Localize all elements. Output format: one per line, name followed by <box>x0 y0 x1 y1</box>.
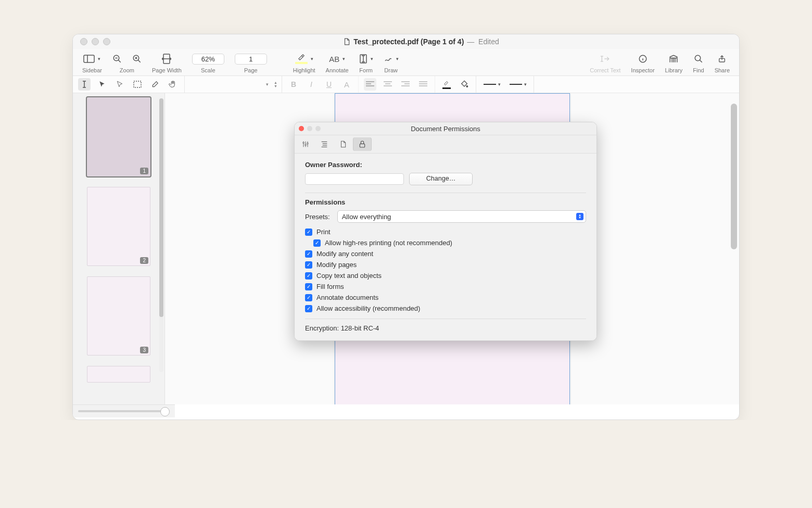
fill-color-button[interactable] <box>458 78 471 91</box>
checkbox-highres[interactable]: ✓ <box>313 239 321 247</box>
dialog-minimize-button <box>307 126 312 131</box>
annotate-icon[interactable]: AB <box>329 55 339 63</box>
find-icon[interactable] <box>694 54 703 63</box>
correct-text-label: Correct Text <box>590 67 620 73</box>
stroke-color-button[interactable] <box>440 78 453 91</box>
chevron-down-icon[interactable]: ▾ <box>98 56 100 61</box>
owner-password-input[interactable] <box>305 173 404 185</box>
chevron-down-icon[interactable]: ▾ <box>342 56 345 61</box>
zoom-label: Zoom <box>120 67 134 73</box>
dialog-tab-page[interactable] <box>334 137 352 151</box>
dialog-close-button[interactable] <box>299 126 304 131</box>
encryption-label: Encryption: 128-bit RC-4 <box>305 319 586 332</box>
italic-button[interactable]: I <box>305 78 318 91</box>
window-minimize-button[interactable] <box>92 38 99 45</box>
perm-accessibility-label: Allow accessibility (recommended) <box>316 304 420 312</box>
marquee-tool[interactable] <box>131 78 144 91</box>
page-thumbnail[interactable]: 1 <box>87 97 150 176</box>
scale-input[interactable]: 62% <box>192 54 224 65</box>
window-zoom-button[interactable] <box>103 38 110 45</box>
perm-modify-pages-label: Modify pages <box>316 261 357 269</box>
app-window: Test_protected.pdf (Page 1 of 4) — Edite… <box>72 34 740 420</box>
thumbnail-zoom-slider <box>73 404 175 417</box>
bold-button[interactable]: B <box>287 78 300 91</box>
font-select[interactable]: ▾ ▲▼ <box>185 76 282 93</box>
font-color-button[interactable]: A <box>340 78 353 91</box>
svg-point-50 <box>307 143 309 144</box>
main-toolbar: ▾ Sidebar Zoom Page Width <box>73 49 739 76</box>
sidebar-scroll-thumb[interactable] <box>159 98 163 317</box>
eraser-tool[interactable] <box>149 78 161 91</box>
canvas-scroll-thumb[interactable] <box>731 104 737 249</box>
svg-rect-29 <box>134 81 141 87</box>
slider-knob[interactable] <box>160 407 170 416</box>
page-thumbnail[interactable]: 3 <box>87 276 150 355</box>
perm-modify-content-label: Modify any content <box>316 250 373 258</box>
change-password-button[interactable]: Change… <box>409 173 473 185</box>
perm-copy-label: Copy text and objects <box>316 272 382 280</box>
dialog-tabs <box>295 135 597 154</box>
align-center-button[interactable] <box>382 78 394 91</box>
align-left-button[interactable] <box>364 78 376 91</box>
checkbox-copy[interactable]: ✓ <box>305 272 312 280</box>
checkbox-annotate[interactable]: ✓ <box>305 294 312 301</box>
checkbox-print[interactable]: ✓ <box>305 228 312 236</box>
slider-track[interactable] <box>78 410 170 412</box>
perm-print-label: Print <box>316 228 331 236</box>
checkbox-accessibility[interactable]: ✓ <box>305 305 312 312</box>
checkbox-modify-content[interactable]: ✓ <box>305 250 312 258</box>
hand-tool[interactable] <box>167 78 179 91</box>
thumbnails-sidebar: 1 2 3 <box>73 93 165 404</box>
canvas-scroll-track <box>731 104 737 394</box>
inspector-icon[interactable] <box>638 54 648 63</box>
line-weight-select[interactable]: ▾ <box>481 78 502 91</box>
checkbox-modify-pages[interactable]: ✓ <box>305 261 312 269</box>
page-label: Page <box>244 67 258 73</box>
share-icon[interactable] <box>718 54 726 63</box>
sidebar-icon[interactable] <box>83 55 95 63</box>
page-width-icon[interactable] <box>162 54 171 64</box>
permissions-label: Permissions <box>305 198 586 206</box>
zoom-in-icon[interactable] <box>132 54 142 63</box>
form-label: Form <box>359 67 373 73</box>
page-thumbnail[interactable] <box>87 366 150 383</box>
dialog-tab-general[interactable] <box>297 137 314 151</box>
svg-line-6 <box>138 60 141 62</box>
underline-button[interactable]: U <box>323 78 335 91</box>
form-icon[interactable] <box>359 54 367 63</box>
share-label: Share <box>715 67 730 73</box>
library-icon[interactable] <box>669 54 678 63</box>
line-style-select[interactable]: ▾ <box>508 78 528 91</box>
dialog-tab-permissions[interactable] <box>353 137 372 151</box>
annotate-label: Annotate <box>326 67 349 73</box>
align-justify-button[interactable] <box>417 78 429 91</box>
presets-value: Allow everything <box>342 213 391 221</box>
checkbox-fillforms[interactable]: ✓ <box>305 283 312 290</box>
align-right-button[interactable] <box>399 78 412 91</box>
svg-point-48 <box>303 142 304 144</box>
chevron-down-icon[interactable]: ▾ <box>311 56 313 61</box>
page-width-label: Page Width <box>152 67 182 73</box>
page-thumbnail[interactable]: 2 <box>87 187 150 266</box>
chevron-down-icon[interactable]: ▾ <box>371 56 373 61</box>
arrow-outline-tool[interactable] <box>113 78 126 91</box>
inspector-label: Inspector <box>631 67 654 73</box>
window-close-button[interactable] <box>80 38 87 45</box>
secondary-toolbar: ▾ ▲▼ B I U A <box>73 76 739 93</box>
thumbnail-number: 1 <box>140 168 148 174</box>
arrow-cursor-tool[interactable] <box>96 78 108 91</box>
page-input[interactable]: 1 <box>235 54 267 65</box>
presets-select[interactable]: Allow everything ▲▼ <box>337 210 586 223</box>
chevron-down-icon[interactable]: ▾ <box>396 56 399 61</box>
zoom-out-icon[interactable] <box>112 54 122 63</box>
dialog-tab-outline[interactable] <box>315 137 333 151</box>
svg-point-49 <box>305 144 307 146</box>
draw-icon[interactable] <box>384 55 393 63</box>
scale-label: Scale <box>201 67 215 73</box>
svg-line-3 <box>118 60 121 62</box>
owner-password-label: Owner Password: <box>305 161 586 169</box>
highlight-icon[interactable] <box>295 54 308 64</box>
text-cursor-tool[interactable] <box>78 78 91 91</box>
thumbnail-number: 3 <box>140 347 148 353</box>
svg-point-25 <box>695 55 701 61</box>
